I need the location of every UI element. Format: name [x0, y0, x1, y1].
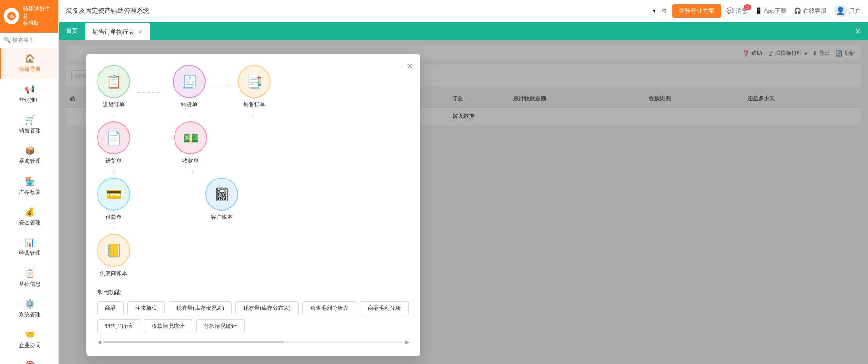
scrollbar-thumb[interactable]: [103, 341, 284, 343]
home-icon: 🏠: [25, 54, 35, 64]
sidebar-item-purchase[interactable]: 📦 采购管理: [0, 140, 58, 171]
tabbar: 首页 销售订单执行表 ✕ ✕: [59, 22, 868, 40]
sidebar-item-marketing[interactable]: 📢 营销推广: [0, 79, 58, 109]
common-funcs-title: 常用功能: [97, 288, 409, 297]
arrow-down-3: ↓: [112, 224, 115, 231]
sidebar-item-enterprise[interactable]: 🤝 企业协同: [0, 324, 58, 355]
message-badge: 5: [744, 4, 751, 10]
settings-icon[interactable]: ⚙: [661, 7, 667, 14]
sidebar-item-system[interactable]: ⚙️ 系统管理: [0, 293, 58, 324]
enterprise-icon: 🤝: [25, 330, 35, 340]
supplier-ledger-icon: 📒: [97, 234, 130, 267]
main-area: 装备及固定资产辅助管理系统 ▾ ⚙ 体验行业方案 💬 消息 5 📱 App下载 …: [59, 0, 868, 364]
search-icon: 🔍: [4, 37, 11, 43]
func-btn-goods[interactable]: 商品: [97, 301, 124, 315]
sidebar: 畅 畅康通好生意 标准版 🔍 搜索菜单 🏠 快捷导航 📢 营销推广 🛒 销售管理: [0, 0, 59, 364]
flow-node-purchase-bill[interactable]: 📄 进货单: [97, 121, 130, 165]
marketing-icon: 📢: [25, 84, 35, 94]
sidebar-item-guide[interactable]: 🎯 新手引导: [0, 355, 58, 364]
customer-ledger-icon: 📓: [205, 178, 238, 211]
flow-node-purchase-order[interactable]: 📋 进货订单: [97, 65, 130, 109]
func-btn-goods-gross[interactable]: 商品毛利分析: [360, 301, 409, 315]
payment-bill-icon: 💳: [97, 178, 130, 211]
sidebar-nav: 🏠 快捷导航 📢 营销推广 🛒 销售管理 📦 采购管理 🏪 库存核算 💰: [0, 48, 58, 364]
trial-btn[interactable]: 体验行业方案: [672, 4, 721, 18]
inventory-icon: 🏪: [25, 176, 35, 186]
func-btn-stock-dist[interactable]: 现存量(库存分布表): [235, 301, 299, 315]
arrow-down-5: ↓: [236, 111, 269, 119]
func-btn-stock-status[interactable]: 现存量(库存状况表): [169, 301, 232, 315]
system-icon: ⚙️: [25, 299, 35, 309]
h-dashed-arrow-1: [137, 92, 159, 93]
sidebar-item-inventory[interactable]: 🏪 库存核算: [0, 171, 58, 201]
arrow-down-6: ↓: [176, 168, 209, 175]
online-service-btn[interactable]: 🎧 在线客服: [794, 7, 827, 15]
sales-bill-icon: 🧾: [173, 65, 206, 98]
tab-home[interactable]: 首页: [59, 22, 85, 40]
purchase-bill-icon: 📄: [97, 121, 130, 154]
func-btn-partner[interactable]: 往来单位: [127, 301, 165, 315]
func-btn-sales-rank[interactable]: 销售排行榜: [97, 319, 140, 333]
sidebar-logo: 畅 畅康通好生意 标准版: [0, 0, 58, 33]
topbar-right: 💬 消息 5 📱 App下载 🎧 在线客服 👤 用户: [726, 5, 861, 17]
basic-icon: 📋: [25, 268, 35, 278]
purchase-icon: 📦: [25, 146, 35, 156]
phone-icon: 📱: [755, 7, 762, 14]
scrollbar-track[interactable]: [103, 341, 404, 343]
h-dashed-arrow-2: [209, 87, 228, 87]
headset-icon: 🎧: [794, 7, 801, 14]
sidebar-item-finance[interactable]: 💰 资金管理: [0, 201, 58, 232]
user-avatar: 👤: [834, 5, 847, 17]
tab-sales-order-exec[interactable]: 销售订单执行表 ✕: [85, 23, 150, 41]
system-dropdown[interactable]: ▾: [653, 7, 656, 14]
receipt-bill-icon: 💵: [174, 121, 207, 154]
logo-icon: 畅: [4, 8, 19, 24]
logo-text: 畅康通好生意 标准版: [23, 5, 55, 27]
operation-icon: 📊: [25, 238, 35, 248]
message-btn[interactable]: 💬 消息 5: [726, 7, 748, 15]
svg-text:畅: 畅: [10, 14, 14, 19]
finance-icon: 💰: [25, 207, 35, 217]
scroll-left-btn[interactable]: ◀: [97, 339, 101, 345]
modal-scrollbar: ◀ ▶: [97, 339, 409, 345]
sidebar-item-quick-nav[interactable]: 🏠 快捷导航: [0, 48, 58, 79]
modal-dialog: ✕ 📋 进货订单 ↓: [86, 54, 420, 356]
flow-node-receipt-bill[interactable]: 💵 收款单: [174, 121, 207, 165]
flow-node-payment-bill[interactable]: 💳 付款单: [97, 178, 130, 221]
flow-node-customer-ledger[interactable]: 📓 客户账本: [205, 178, 238, 221]
modal-close-btn[interactable]: ✕: [406, 61, 413, 71]
flow-node-supplier-ledger[interactable]: 📒 供应商账本: [97, 234, 130, 277]
sidebar-item-basic[interactable]: 📋 基础信息: [0, 263, 58, 293]
arrow-down-1: ↓: [112, 111, 115, 119]
left-arrow-1: →: [228, 83, 234, 91]
arrow-down-4: ↓: [174, 111, 207, 119]
func-buttons-row2: 销售排行榜 收款情况统计 付款情况统计: [97, 319, 409, 333]
topbar: 装备及固定资产辅助管理系统 ▾ ⚙ 体验行业方案 💬 消息 5 📱 App下载 …: [59, 0, 868, 22]
user-menu[interactable]: 👤 用户: [834, 5, 861, 17]
sales-order-icon: 📑: [238, 65, 271, 98]
guide-icon: 🎯: [25, 360, 35, 364]
system-title: 装备及固定资产辅助管理系统: [66, 7, 647, 15]
func-btn-receipt-stats[interactable]: 收款情况统计: [144, 319, 192, 333]
modal-overlay[interactable]: ✕ 📋 进货订单 ↓: [59, 40, 868, 364]
sidebar-search[interactable]: 🔍 搜索菜单: [0, 33, 58, 48]
scroll-right-btn[interactable]: ▶: [405, 339, 409, 345]
flow-node-sales-order[interactable]: 📑 销售订单: [238, 65, 271, 109]
flow-node-sales-bill[interactable]: 🧾 销货单: [173, 65, 206, 109]
sidebar-item-sales[interactable]: 🛒 销售管理: [0, 109, 58, 140]
common-funcs: 常用功能 商品 往来单位 现存量(库存状况表) 现存量(库存分布表) 销售毛利分…: [97, 288, 409, 333]
func-buttons-row1: 商品 往来单位 现存量(库存状况表) 现存量(库存分布表) 销售毛利分析表 商品…: [97, 301, 409, 315]
dropdown-arrow-icon: ▾: [653, 7, 656, 14]
content-area: ❓ 帮助 🖨 按模板打印 ▾ ⬇ 导出 🔄 刷新: [59, 40, 868, 364]
close-all-tabs-btn[interactable]: ✕: [855, 27, 861, 36]
message-icon: 💬: [726, 7, 734, 14]
func-btn-sales-gross[interactable]: 销售毛利分析表: [302, 301, 356, 315]
arrow-down-2: ↓: [112, 168, 115, 175]
sales-icon: 🛒: [25, 115, 35, 125]
tab-close-icon[interactable]: ✕: [138, 29, 142, 35]
right-arrow-1: →: [159, 89, 165, 96]
app-download-btn[interactable]: 📱 App下载: [755, 7, 786, 15]
purchase-order-icon: 📋: [97, 65, 130, 98]
sidebar-item-operation[interactable]: 📊 经营管理: [0, 232, 58, 263]
func-btn-payment-stats[interactable]: 付款情况统计: [196, 319, 245, 333]
